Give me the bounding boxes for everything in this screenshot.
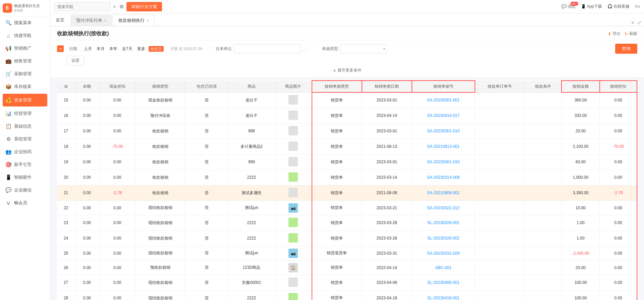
close-window-icon[interactable]: × bbox=[631, 20, 634, 26]
cell-receipt_order_no-5 bbox=[475, 170, 525, 185]
close-tab2-icon[interactable]: × bbox=[147, 18, 149, 23]
sidebar-item-10[interactable]: 👥企业协同 bbox=[0, 145, 50, 158]
cell-cancel_amount-12: 100.00 bbox=[561, 275, 600, 290]
th-cancel_doc_date[interactable]: 核销单据日期 bbox=[362, 81, 412, 92]
cell-gear-11: 26 bbox=[57, 260, 75, 275]
query-button[interactable]: 查询 bbox=[615, 44, 637, 54]
sidebar-item-13[interactable]: 💬企业微信 bbox=[0, 184, 50, 197]
cell-cancel_doc_no-8[interactable]: SL-20230328-001 bbox=[412, 215, 475, 230]
sidebar-icon-4: 🛒 bbox=[5, 71, 11, 77]
th-cancel_doc_type[interactable]: 核销单据类型 bbox=[312, 81, 362, 92]
settings-gear-icon[interactable]: ⚙ bbox=[119, 4, 124, 10]
cell-cancel_doc_no-4[interactable]: SA-20230301-010 bbox=[412, 154, 475, 170]
from-unit-dots-icon[interactable]: ... bbox=[303, 46, 309, 51]
date-this-month[interactable]: 本月 bbox=[95, 45, 106, 52]
cell-gear-7: 22 bbox=[57, 201, 75, 215]
cell-balance-5: 0.00 bbox=[75, 170, 99, 185]
cell-receipt_condition-4 bbox=[525, 154, 561, 170]
search-input[interactable] bbox=[54, 2, 111, 11]
tab-cancel[interactable]: 收款核销执行 × bbox=[113, 14, 154, 26]
date-last-month[interactable]: 上月 bbox=[83, 45, 93, 52]
cell-cancel_discount-2: 0.00 bbox=[600, 123, 637, 139]
cell-cancel_doc_no-9[interactable]: SL-20230328-002 bbox=[412, 230, 475, 246]
th-cancel_type[interactable]: 核销类型 bbox=[136, 81, 185, 92]
th-balance[interactable]: 余额 bbox=[75, 81, 99, 92]
cell-product-8: 2222 bbox=[228, 215, 275, 230]
sidebar-item-0[interactable]: 🔍搜索菜单 bbox=[0, 16, 50, 29]
table-row: 280.000.00现结收款核销否2222销货单2023-04-18SL-202… bbox=[57, 290, 637, 300]
cell-product_image-12 bbox=[275, 275, 312, 290]
online-service-button[interactable]: 🎧 在线客服 bbox=[607, 4, 630, 9]
data-table: ⚙余额现金折扣核销类型包含已结清商品商品图片核销单据类型核销单据日期核销单据号收… bbox=[57, 80, 637, 300]
sidebar-item-1[interactable]: ⌂快捷导航 bbox=[0, 29, 50, 42]
sidebar-icon-0: 🔍 bbox=[5, 20, 11, 26]
th-product_image[interactable]: 商品图片 bbox=[275, 81, 312, 92]
cell-product-7: 测试jun bbox=[228, 201, 275, 215]
th-gear[interactable]: ⚙ bbox=[57, 81, 75, 92]
th-product[interactable]: 商品 bbox=[228, 81, 275, 92]
tab-home[interactable]: 首页 bbox=[50, 14, 70, 26]
product-image: 📷 bbox=[288, 203, 298, 213]
cell-cancel_doc_no-7[interactable]: SA-20230321-012 bbox=[412, 201, 475, 215]
export-button[interactable]: ⬆ 导出 bbox=[608, 31, 621, 37]
sidebar-item-4[interactable]: 🛒采购管理 bbox=[0, 68, 50, 80]
th-receipt_condition[interactable]: 收款条件 bbox=[525, 81, 561, 92]
date-this-year[interactable]: 本年 bbox=[108, 45, 119, 52]
product-image bbox=[288, 233, 298, 243]
settings-button[interactable]: 设置 bbox=[66, 56, 85, 66]
product-image bbox=[288, 218, 298, 227]
cell-receipt_condition-9 bbox=[525, 230, 561, 246]
from-unit-label: 往来单位 bbox=[216, 46, 232, 52]
cell-cancel_doc_no-13[interactable]: SL-20230418-001 bbox=[412, 290, 475, 300]
cell-cancel_doc_no-12[interactable]: SL-20230408-001 bbox=[412, 275, 475, 290]
sidebar-item-12[interactable]: 📱智能硬件 bbox=[0, 171, 50, 184]
th-cash_discount[interactable]: 现金折扣 bbox=[99, 81, 136, 92]
cell-product-13: 2222 bbox=[228, 290, 275, 300]
th-include_settled[interactable]: 包含已结清 bbox=[185, 81, 228, 92]
cell-cancel_amount-13: 100.00 bbox=[561, 290, 600, 300]
cell-gear-3: 18 bbox=[57, 139, 75, 154]
table-row: 270.000.00现结收款核销否衣服00001销货单2023-04-08SL-… bbox=[57, 275, 637, 290]
th-cancel_discount[interactable]: 核销折扣 bbox=[600, 81, 637, 92]
cell-cancel_doc_no-0[interactable]: SA-20230301-001 bbox=[412, 92, 475, 108]
date-custom-button[interactable]: 自定义 bbox=[149, 46, 164, 52]
dropdown-arrow-icon[interactable]: ▾ bbox=[113, 4, 115, 9]
solution-button[interactable]: 体验行业方案 bbox=[126, 2, 162, 11]
cell-cancel_doc_type-6: 销货单 bbox=[312, 185, 362, 201]
expand-more-button[interactable]: ∨ 展开更多条件 bbox=[333, 68, 362, 73]
cell-cancel_doc_no-11[interactable]: ABC-001 bbox=[412, 260, 475, 275]
th-cancel_doc_no[interactable]: 核销单据号 bbox=[412, 81, 475, 92]
sidebar-item-14[interactable]: V畅会员 bbox=[0, 197, 50, 209]
table-settings-icon[interactable]: ⚙ bbox=[64, 84, 68, 89]
sidebar-item-2[interactable]: 📢营销推广 bbox=[0, 42, 50, 55]
sidebar-item-9[interactable]: ⚙系统管理 bbox=[0, 133, 50, 145]
sidebar-item-6[interactable]: 💰资金管理 bbox=[3, 94, 47, 106]
filter-expand-button[interactable]: » bbox=[57, 45, 64, 52]
date-7days[interactable]: 近7天 bbox=[121, 45, 134, 52]
sidebar-item-5[interactable]: 📦库存核算 bbox=[0, 80, 50, 93]
maximize-icon[interactable]: ⤢ bbox=[637, 19, 641, 26]
date-more[interactable]: 更多 bbox=[136, 45, 147, 52]
refresh-button[interactable]: ↻ 刷新 bbox=[625, 31, 637, 37]
cell-cancel_doc_no-3[interactable]: SA-20210813-001 bbox=[412, 139, 475, 154]
sidebar-item-8[interactable]: 📋基础信息 bbox=[0, 120, 50, 133]
cell-cancel_doc_no-10[interactable]: SA-20230331-026 bbox=[412, 246, 475, 260]
sidebar-item-7[interactable]: 📊经营管理 bbox=[0, 107, 50, 120]
cell-cancel_doc_no-1[interactable]: SA-20230414-017 bbox=[412, 108, 475, 123]
cell-cash_discount-11: 0.00 bbox=[99, 260, 136, 275]
cell-cancel_doc_no-6[interactable]: SA-20210808-001 bbox=[412, 185, 475, 201]
cell-cancel_amount-1: 333.00 bbox=[561, 108, 600, 123]
th-cancel_amount[interactable]: 核销金额 bbox=[561, 81, 600, 92]
app-download-button[interactable]: 📱 App下载 bbox=[581, 4, 602, 9]
message-button[interactable]: 💬 消息 99+ bbox=[561, 4, 576, 9]
cell-cancel_doc_no-5[interactable]: SA-20230314-008 bbox=[412, 170, 475, 185]
sidebar-item-11[interactable]: 🎯新手引导 bbox=[0, 158, 50, 171]
close-tab1-icon[interactable]: × bbox=[104, 18, 106, 23]
cell-cash_discount-6: -2.76 bbox=[99, 185, 136, 201]
from-unit-input[interactable] bbox=[234, 44, 301, 53]
th-receipt_order_no[interactable]: 收款单订单号 bbox=[475, 81, 525, 92]
tab-prepay[interactable]: 预付冲应付单 × bbox=[70, 14, 112, 26]
cell-cancel_doc_no-2[interactable]: SA-20230301-010 bbox=[412, 123, 475, 139]
sidebar-item-3[interactable]: 💼销售管理 bbox=[0, 55, 50, 68]
doc-type-select[interactable] bbox=[340, 44, 387, 53]
